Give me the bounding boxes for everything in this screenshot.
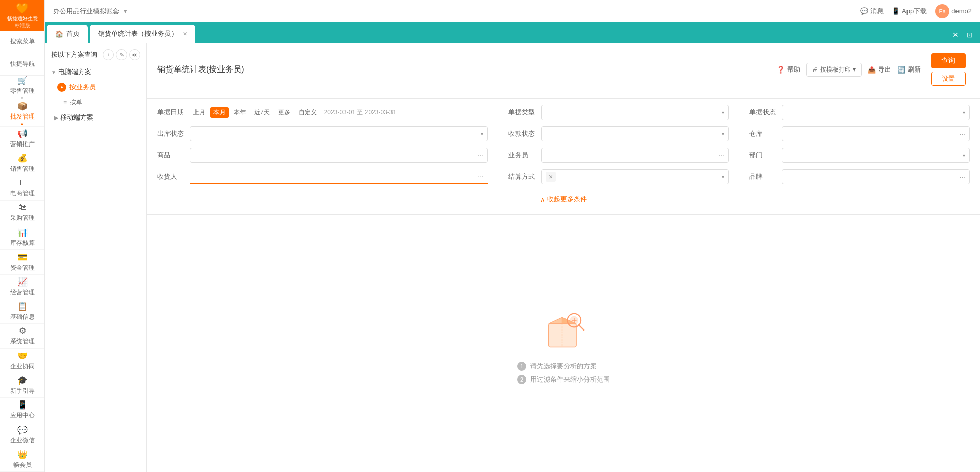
- refresh-btn[interactable]: 🔄 刷新: [897, 65, 921, 74]
- scheme-group-pc-title[interactable]: ▼ 电脑端方案: [45, 64, 146, 80]
- sales-label: 销售管理: [10, 164, 35, 173]
- query-button[interactable]: 查询: [931, 53, 966, 68]
- main-area: 办公用品行业模拟账套 ▾ 💬 消息 📱 App下载 Ea demo2 🏠 首页 …: [45, 0, 980, 472]
- doc-type-arrow: ▾: [722, 110, 724, 115]
- tab-home-label: 首页: [66, 29, 80, 38]
- message-btn[interactable]: 💬 消息: [860, 7, 884, 16]
- doc-status-select[interactable]: ▾: [782, 105, 970, 120]
- add-scheme-btn[interactable]: +: [103, 49, 114, 60]
- salesperson-select[interactable]: ···: [541, 148, 729, 163]
- sidebar-item-wechat[interactable]: 💬 企业微信: [0, 422, 45, 447]
- department-arrow: ▾: [963, 153, 965, 158]
- filter-goods: 商品 ···: [157, 148, 488, 163]
- scheme-group-mobile: ▶ 移动端方案: [45, 110, 146, 125]
- sidebar-item-marketing[interactable]: 📢 营销推广: [0, 127, 45, 151]
- sidebar: 🧡 畅捷通好生意 标准版 搜索菜单 快捷导航 🛒 零售管理 ▼ 📦 批发管理 ▲…: [0, 0, 45, 472]
- goods-select[interactable]: ···: [190, 148, 488, 163]
- sidebar-item-sales[interactable]: 💰 销售管理: [0, 151, 45, 176]
- filter-warehouse: 仓库 ···: [749, 126, 970, 141]
- quick-nav[interactable]: 快捷导航: [0, 53, 45, 76]
- receiver-input[interactable]: ···: [190, 169, 488, 184]
- corp-label: 企业协同: [10, 362, 35, 371]
- tip-num-2: 2: [517, 375, 526, 384]
- left-panel-title: 按以下方案查询: [51, 50, 97, 59]
- page-header: 销货单统计表(按业务员) ❓ 帮助 🖨 按模板打印 ▾: [147, 43, 980, 99]
- ecommerce-icon: 🖥: [18, 178, 27, 187]
- settlement-select[interactable]: × ▾: [541, 169, 729, 184]
- collapse-panel-btn[interactable]: ≪: [129, 49, 140, 60]
- filter-row-1: 单据日期 上月 本月 本年 近7天 更多 自定义 2023-03-01 至 20…: [157, 105, 970, 120]
- sidebar-item-wholesale[interactable]: 📦 批发管理 ▲: [0, 101, 45, 127]
- date-tab-last-month[interactable]: 上月: [190, 107, 208, 118]
- export-btn[interactable]: 📤 导出: [868, 65, 891, 74]
- sidebar-item-apps[interactable]: 📱 应用中心: [0, 398, 45, 422]
- scheme-group-pc-label: 电脑端方案: [58, 67, 91, 77]
- sidebar-item-inventory[interactable]: 📊 库存核算: [0, 225, 45, 250]
- settlement-tag-close-btn[interactable]: ×: [549, 173, 553, 181]
- sidebar-item-basic[interactable]: 📋 基础信息: [0, 299, 45, 324]
- date-tab-more[interactable]: 更多: [275, 107, 293, 118]
- payment-status-select[interactable]: ▾: [541, 126, 729, 141]
- tab-report-label: 销货单统计表（按业务员）: [98, 29, 178, 38]
- sidebar-item-operations[interactable]: 📈 经营管理: [0, 275, 45, 299]
- out-status-select[interactable]: ▾: [190, 126, 488, 141]
- logo-text: 畅捷通好生意: [7, 15, 38, 22]
- collapse-filter-btn[interactable]: ∧ 收起更多条件: [157, 191, 970, 208]
- left-panel: 按以下方案查询 + ✎ ≪ ▼ 电脑端方案: [45, 43, 147, 472]
- sidebar-item-corp[interactable]: 🤝 企业协同: [0, 349, 45, 373]
- date-tab-custom[interactable]: 自定义: [296, 107, 320, 118]
- edit-scheme-btn[interactable]: ✎: [116, 49, 127, 60]
- doc-type-select[interactable]: ▾: [541, 105, 729, 120]
- sidebar-item-retail[interactable]: 🛒 零售管理 ▼: [0, 76, 45, 101]
- print-icon: 🖨: [812, 66, 818, 73]
- filter-brand: 品牌 ···: [749, 169, 970, 184]
- tab-restore-btn[interactable]: ⊡: [964, 29, 976, 41]
- tab-close-btn[interactable]: ✕: [949, 29, 962, 41]
- app-logo: 🧡 畅捷通好生意 标准版: [0, 0, 45, 31]
- tip-text-2: 用过滤条件来缩小分析范围: [530, 375, 610, 384]
- scheme-sub-item-by-order[interactable]: ≡ 按单: [45, 95, 146, 110]
- search-menu[interactable]: 搜索菜单: [0, 31, 45, 53]
- right-content: 销货单统计表(按业务员) ❓ 帮助 🖨 按模板打印 ▾: [147, 43, 980, 472]
- sidebar-item-system[interactable]: ⚙ 系统管理: [0, 324, 45, 348]
- scheme-item-by-salesperson[interactable]: ● 按业务员: [45, 80, 146, 95]
- print-btn[interactable]: 🖨 按模板打印 ▾: [806, 63, 862, 77]
- tab-report[interactable]: 销货单统计表（按业务员） ✕: [90, 25, 195, 43]
- breadcrumb-dropdown-icon[interactable]: ▾: [124, 7, 127, 15]
- sidebar-item-purchase[interactable]: 🛍 采购管理: [0, 201, 45, 225]
- date-tab-current-year[interactable]: 本年: [231, 107, 249, 118]
- salesperson-label: 业务员: [508, 151, 537, 160]
- brand-select[interactable]: ···: [782, 169, 970, 184]
- wechat-icon: 💬: [17, 425, 28, 435]
- help-icon: ❓: [777, 66, 785, 74]
- basic-label: 基础信息: [10, 313, 35, 321]
- goods-dots: ···: [477, 151, 483, 159]
- retail-arrow: ▼: [20, 96, 24, 101]
- date-tab-7days[interactable]: 近7天: [251, 107, 273, 118]
- purchase-label: 采购管理: [10, 214, 35, 222]
- content-body: 1 请先选择要分析的方案 2 用过滤条件来缩小分析范围: [147, 215, 980, 472]
- sidebar-item-finance[interactable]: 💳 资金管理: [0, 250, 45, 274]
- date-tab-current-month[interactable]: 本月: [210, 107, 229, 118]
- basic-icon: 📋: [17, 301, 28, 311]
- scheme-item-salesperson-label: 按业务员: [69, 83, 96, 92]
- filter-payment-status: 收款状态 ▾: [508, 126, 729, 141]
- help-btn[interactable]: ❓ 帮助: [777, 65, 800, 74]
- tabbar-actions: ✕ ⊡: [949, 29, 980, 43]
- tab-close-icon[interactable]: ✕: [183, 31, 187, 37]
- message-label: 消息: [870, 7, 884, 16]
- app-download-btn[interactable]: 📱 App下载: [892, 7, 927, 16]
- department-select[interactable]: ▾: [782, 148, 970, 163]
- sidebar-item-member[interactable]: 👑 畅会员: [0, 447, 45, 472]
- scheme-group-mobile-title[interactable]: ▶ 移动端方案: [45, 110, 146, 125]
- empty-state: 1 请先选择要分析的方案 2 用过滤条件来缩小分析范围: [517, 302, 610, 384]
- receiver-dots: ···: [478, 172, 484, 180]
- sidebar-item-ecommerce[interactable]: 🖥 电商管理: [0, 176, 45, 201]
- sidebar-item-newbie[interactable]: 🎓 新手引导: [0, 373, 45, 398]
- setting-button[interactable]: 设置: [931, 72, 966, 86]
- tab-home[interactable]: 🏠 首页: [47, 25, 88, 43]
- date-tabs: 上月 本月 本年 近7天 更多 自定义: [190, 107, 320, 118]
- warehouse-select[interactable]: ···: [782, 126, 970, 141]
- system-label: 系统管理: [10, 337, 35, 346]
- user-menu[interactable]: Ea demo2: [935, 4, 972, 18]
